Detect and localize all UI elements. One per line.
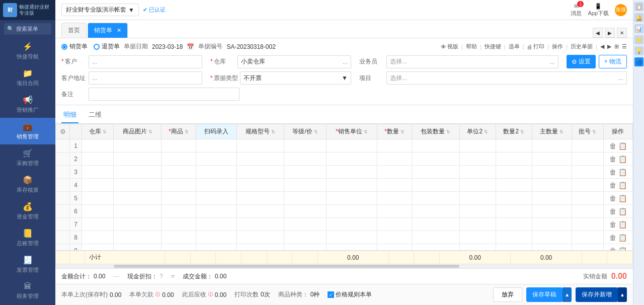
table-cell[interactable] [284,205,326,218]
sidebar-item-2[interactable]: 📢营销推广 [0,91,55,118]
table-cell[interactable] [377,139,412,152]
table-cell[interactable] [196,139,236,152]
salesperson-input[interactable]: 选择... ... [386,55,558,68]
copy-icon[interactable]: 📋 [618,220,627,228]
table-cell[interactable] [236,192,284,205]
table-cell[interactable] [459,152,496,166]
sidebar-item-1[interactable]: 📁项目合同 [0,64,55,91]
col-batch[interactable]: 批号⇅ [572,124,603,139]
tab-next-button[interactable]: ▶ [605,28,615,38]
table-cell[interactable] [284,244,326,251]
copy-icon[interactable]: 📋 [618,181,627,189]
table-cell[interactable] [82,139,114,152]
table-cell[interactable] [161,152,196,166]
table-cell[interactable] [326,152,377,166]
table-cell[interactable] [572,218,603,231]
table-cell[interactable] [284,139,326,152]
col-spec[interactable]: 规格型号⇅ [236,124,284,139]
table-cell[interactable] [236,166,284,179]
table-cell[interactable] [114,139,162,152]
sidebar-item-9[interactable]: 🏛税务管理 [0,278,55,304]
operations-button[interactable]: 操作 [552,43,563,50]
project-input[interactable]: 选择... ... [386,71,627,85]
calendar-icon[interactable]: 📅 [187,43,194,50]
delete-icon[interactable]: 🗑 [609,234,616,242]
col-scan-input[interactable]: 扫码录入 [196,124,236,139]
table-cell[interactable] [377,192,412,205]
table-cell[interactable] [161,166,196,179]
copy-icon[interactable]: 📋 [618,142,627,150]
table-cell[interactable] [496,139,532,152]
table-cell[interactable] [377,244,412,251]
table-cell[interactable] [412,192,460,205]
col-settings[interactable]: ⚙ [56,124,70,139]
sidebar-item-0[interactable]: ⚡快捷导航 [0,38,55,64]
table-cell[interactable] [377,231,412,244]
table-cell[interactable] [326,179,377,192]
setup-button[interactable]: ⚙ 设置 [567,55,596,68]
invoice-select[interactable]: 不开票 ▼ [240,71,351,85]
table-cell[interactable] [532,152,572,166]
table-cell[interactable] [114,218,162,231]
table-cell[interactable] [284,179,326,192]
table-cell[interactable] [196,166,236,179]
table-cell[interactable] [326,205,377,218]
table-cell[interactable] [196,192,236,205]
price-check-checkbox[interactable] [328,291,334,298]
table-cell[interactable] [572,166,603,179]
table-cell[interactable] [572,139,603,152]
copy-icon[interactable]: 📋 [618,234,627,242]
delete-icon[interactable]: 🗑 [609,207,616,215]
table-cell[interactable] [532,179,572,192]
customer-input[interactable]: ... [89,55,202,68]
table-cell[interactable] [196,205,236,218]
add-logistics-button[interactable]: + 物流 [599,55,627,68]
sidebar-item-8[interactable]: 🧾发票管理 [0,251,55,278]
col-product-image[interactable]: 商品图片⇅ [114,124,162,139]
tab-detail[interactable]: 明细 [61,107,78,123]
tab-sales-order[interactable]: 销货单 ✕ [88,23,128,38]
save-draft-button[interactable]: 保存草稿 [526,287,562,302]
table-cell[interactable] [114,244,162,251]
table-cell[interactable] [326,192,377,205]
table-cell[interactable] [459,231,496,244]
table-cell[interactable] [284,218,326,231]
save-new-chevron[interactable]: ▲ [618,287,627,302]
copy-icon[interactable]: 📋 [618,207,627,215]
save-new-button[interactable]: 保存并新增 [576,287,618,302]
col-qty2[interactable]: 数量2⇅ [496,124,532,139]
table-cell[interactable] [82,205,114,218]
table-cell[interactable] [572,179,603,192]
table-cell[interactable] [496,166,532,179]
table-cell[interactable] [412,179,460,192]
delete-icon[interactable]: 🗑 [609,247,616,251]
nav-next-button[interactable]: ▶ [607,43,611,50]
price-check-item[interactable]: 价格规则本单 [328,290,372,299]
table-cell[interactable] [412,218,460,231]
company-selector[interactable]: 好业财专业版演示帐套 ▼ [61,4,139,16]
table-cell[interactable] [496,152,532,166]
table-cell[interactable] [284,192,326,205]
table-cell[interactable] [412,205,460,218]
right-panel-btn-4[interactable]: ⭐ [634,35,643,44]
app-download-button[interactable]: 📱 App下载 [588,3,609,17]
col-pkg-qty[interactable]: 包装数量⇅ [412,124,460,139]
col-warehouse[interactable]: 仓库⇅ [82,124,114,139]
table-cell[interactable] [196,152,236,166]
help-button[interactable]: 帮助 [466,43,477,50]
table-cell[interactable] [496,231,532,244]
table-cell[interactable] [572,152,603,166]
col-grade-price[interactable]: 等级/价⇅ [284,124,326,139]
table-cell[interactable] [161,139,196,152]
table-cell[interactable] [161,218,196,231]
table-cell[interactable] [284,152,326,166]
tab-home[interactable]: 首页 [61,23,87,38]
table-cell[interactable] [459,218,496,231]
table-cell[interactable] [532,192,572,205]
right-panel-btn-5[interactable]: 💡 [634,46,643,55]
table-cell[interactable] [412,166,460,179]
table-cell[interactable] [532,166,572,179]
table-cell[interactable] [459,179,496,192]
view-mode-button[interactable]: 👁 视版 [441,43,458,50]
table-cell[interactable] [496,179,532,192]
